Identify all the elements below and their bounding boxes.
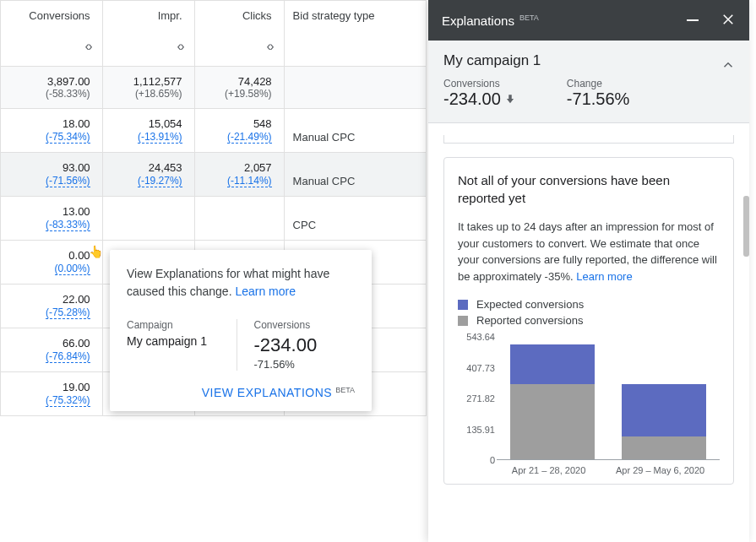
- summary-change-label: Change: [567, 78, 630, 89]
- table-cell: [102, 197, 194, 241]
- col-impr[interactable]: Impr.‹ ›: [102, 1, 194, 67]
- sort-icon[interactable]: ‹ ›: [103, 39, 182, 54]
- delta-link[interactable]: (0.00%): [55, 263, 90, 275]
- delta-link[interactable]: (-75.28%): [46, 306, 90, 319]
- bid-strategy-cell: Manual CPC: [284, 109, 426, 153]
- conversions-pct: -71.56%: [254, 358, 356, 371]
- delta-link[interactable]: (-76.84%): [46, 350, 90, 363]
- down-arrow-icon: [504, 89, 516, 109]
- table-cell: 93.00(-71.56%): [1, 153, 103, 197]
- sort-icon[interactable]: ‹ ›: [195, 39, 272, 54]
- table-cell: 18.00(-75.34%): [1, 109, 103, 153]
- delta-link[interactable]: (-13.91%): [138, 131, 182, 144]
- table-row[interactable]: 93.00(-71.56%)24,453(-19.27%)2,057(-11.1…: [1, 153, 427, 197]
- table-cell: 1,112,577(+18.65%): [102, 67, 194, 109]
- table-cell: 0.00(0.00%): [1, 241, 103, 285]
- sort-icon[interactable]: ‹ ›: [1, 39, 90, 54]
- view-explanations-button[interactable]: VIEW EXPLANATIONSBETA: [127, 386, 355, 399]
- bid-strategy-cell: CPC: [284, 197, 426, 241]
- bar-expected: [622, 384, 706, 436]
- y-tick: 135.91: [458, 425, 495, 435]
- col-bid-strategy[interactable]: Bid strategy type: [284, 1, 426, 67]
- panel-title: ExplanationsBETA: [442, 14, 687, 28]
- legend-expected: Expected conversions: [476, 298, 584, 311]
- panel-header: ExplanationsBETA: [428, 0, 749, 41]
- summary-row: 3,897.00(-58.33%)1,112,577(+18.65%)74,42…: [1, 67, 427, 109]
- conversions-value: -234.00: [254, 334, 356, 356]
- learn-more-link[interactable]: Learn more: [235, 285, 296, 298]
- col-conversions[interactable]: Conversions‹ ›: [1, 1, 103, 67]
- delta-link[interactable]: (-83.33%): [46, 219, 90, 231]
- bar-group: [617, 337, 710, 459]
- col-clicks[interactable]: Clicks‹ ›: [194, 1, 284, 67]
- x-tick: Apr 29 – May 6, 2020: [616, 465, 704, 475]
- delta-link[interactable]: (-21.49%): [227, 131, 272, 144]
- bar-expected: [510, 344, 595, 384]
- explanations-tooltip: View Explanations for what might have ca…: [110, 250, 372, 411]
- table-cell: 66.00(-76.84%): [1, 328, 103, 372]
- x-tick: Apr 21 – 28, 2020: [512, 465, 585, 475]
- table-row[interactable]: 18.00(-75.34%)15,054(-13.91%)548(-21.49%…: [1, 109, 427, 153]
- y-tick: 271.82: [458, 393, 495, 404]
- table-cell: [194, 197, 284, 241]
- conversion-lag-card: Not all of your conversions have been re…: [443, 157, 734, 485]
- summary-conversions-label: Conversions: [443, 78, 516, 89]
- legend-reported: Reported conversions: [476, 314, 583, 327]
- panel-summary: My campaign 1 Conversions -234.00 Change…: [428, 41, 749, 123]
- y-tick: 407.73: [458, 363, 495, 373]
- table-cell: 19.00(-75.32%): [1, 372, 103, 416]
- table-cell: 13.00(-83.33%): [1, 197, 103, 241]
- chart-legend: Expected conversions Reported conversion…: [458, 298, 720, 327]
- conversions-label: Conversions: [254, 319, 356, 331]
- table-cell: 15,054(-13.91%): [102, 109, 194, 153]
- table-cell: 548(-21.49%): [194, 109, 284, 153]
- table-cell: 74,428(+19.58%): [194, 67, 284, 109]
- close-icon[interactable]: [721, 12, 736, 30]
- legend-swatch-reported: [458, 316, 468, 326]
- campaign-label: Campaign: [127, 319, 228, 331]
- summary-conversions-value: -234.00: [443, 89, 516, 109]
- bar-reported: [622, 436, 706, 459]
- learn-more-link[interactable]: Learn more: [576, 270, 632, 283]
- bid-strategy-cell: Manual CPC: [284, 153, 426, 197]
- chevron-up-icon[interactable]: [721, 57, 736, 75]
- y-tick: 543.64: [458, 332, 495, 342]
- card-description: It takes up to 24 days after an impressi…: [458, 219, 720, 285]
- explanations-panel: ExplanationsBETA My campaign 1 Conversio…: [428, 0, 749, 542]
- table-cell: 22.00(-75.28%): [1, 285, 103, 328]
- campaign-name: My campaign 1: [127, 334, 228, 348]
- scrollbar[interactable]: [743, 196, 749, 257]
- delta-link[interactable]: (-75.34%): [46, 131, 90, 144]
- delta-link[interactable]: (-75.32%): [46, 394, 90, 407]
- summary-campaign: My campaign 1: [443, 52, 734, 69]
- delta-link[interactable]: (-11.14%): [227, 175, 272, 187]
- delta-link[interactable]: (-71.56%): [46, 175, 90, 187]
- delta-link[interactable]: (-19.27%): [138, 175, 182, 187]
- table-cell: [284, 67, 426, 109]
- bar-group: [506, 337, 599, 459]
- y-tick: 0: [458, 455, 495, 465]
- bar-reported: [510, 384, 595, 459]
- table-cell: 3,897.00(-58.33%): [1, 67, 103, 109]
- card-title: Not all of your conversions have been re…: [458, 171, 720, 207]
- table-cell: 24,453(-19.27%): [102, 153, 194, 197]
- tooltip-message: View Explanations for what might have ca…: [127, 265, 355, 301]
- table-row[interactable]: 13.00(-83.33%)CPC: [1, 197, 427, 241]
- conversions-chart: 543.64407.73271.82135.910 Apr 21 – 28, 2…: [458, 337, 720, 480]
- previous-card-stub: [443, 135, 734, 144]
- table-cell: 2,057(-11.14%): [194, 153, 284, 197]
- minimize-icon[interactable]: [687, 19, 699, 21]
- summary-change-value: -71.56%: [567, 89, 630, 109]
- legend-swatch-expected: [458, 300, 468, 310]
